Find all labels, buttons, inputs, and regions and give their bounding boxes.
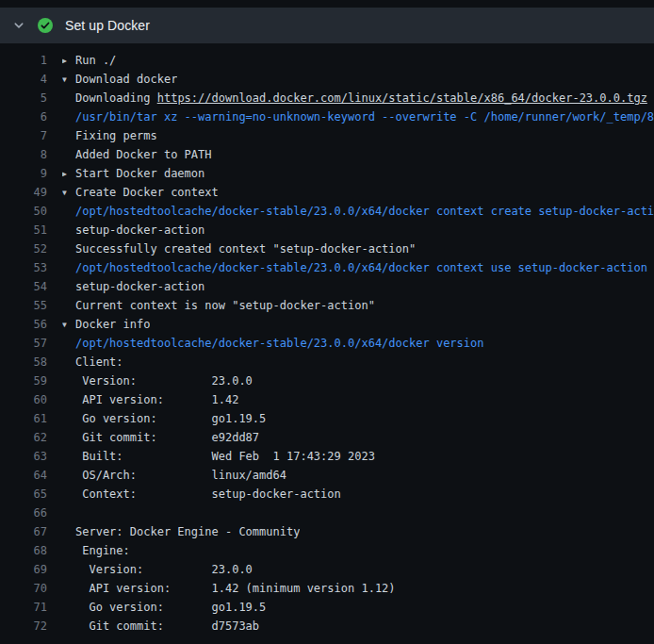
line-number[interactable]: 51 [0, 221, 47, 239]
group-title: Start Docker daemon [75, 167, 204, 180]
log-line: 5Downloading https://download.docker.com… [0, 89, 654, 107]
log-line: 55Current context is now "setup-docker-a… [0, 296, 654, 315]
group-title: Create Docker context [75, 186, 219, 199]
group-title: Run ./ [75, 54, 116, 67]
group-title: Docker info [75, 318, 150, 331]
download-url-link[interactable]: https://download.docker.com/linux/static… [157, 91, 647, 105]
log-group-row[interactable]: 56▼Docker info [0, 315, 654, 334]
line-number[interactable]: 61 [0, 409, 47, 428]
command-text: /usr/bin/tar xz --warning=no-unknown-key… [62, 107, 654, 126]
line-number[interactable]: 60 [0, 390, 47, 409]
log-line: 66 [0, 504, 654, 522]
command-text: /opt/hostedtoolcache/docker-stable/23.0.… [62, 202, 654, 221]
triangle-down-icon[interactable]: ▼ [62, 184, 75, 202]
log-line: 67Server: Docker Engine - Community [0, 522, 654, 541]
step-title: Set up Docker [65, 18, 150, 33]
log-line: 58Client: [0, 353, 654, 372]
log-text: Added Docker to PATH [62, 145, 212, 164]
line-number[interactable]: 7 [0, 126, 47, 145]
line-number[interactable]: 71 [0, 598, 47, 617]
actions-log-panel: Set up Docker 1▶Run ./4▼Download docker5… [0, 8, 654, 636]
triangle-down-icon[interactable]: ▼ [62, 71, 75, 89]
line-number[interactable]: 72 [0, 617, 47, 636]
step-header[interactable]: Set up Docker [0, 8, 654, 43]
log-text: setup-docker-action [62, 221, 204, 239]
log-text: Go version: go1.19.5 [62, 598, 266, 617]
log-line: 51setup-docker-action [0, 221, 654, 239]
log-text: Client: [62, 353, 123, 372]
log-group-row[interactable]: 4▼Download docker [0, 70, 654, 89]
log-line: 50/opt/hostedtoolcache/docker-stable/23.… [0, 202, 654, 221]
line-number[interactable]: 1 [0, 51, 47, 70]
line-number[interactable]: 8 [0, 145, 47, 164]
group-title: Download docker [75, 73, 177, 86]
log-text: API version: 1.42 (minimum version 1.12) [62, 579, 396, 598]
log-line: 59 Version: 23.0.0 [0, 372, 654, 390]
log-line: 61 Go version: go1.19.5 [0, 409, 654, 428]
log-line: 53/opt/hostedtoolcache/docker-stable/23.… [0, 258, 654, 277]
log-text: Version: 23.0.0 [62, 372, 253, 390]
line-number[interactable]: 54 [0, 277, 47, 296]
log-line: 62 Git commit: e92dd87 [0, 428, 654, 447]
log-text: Go version: go1.19.5 [62, 409, 266, 428]
log-line: 60 API version: 1.42 [0, 390, 654, 409]
log-line: 7Fixing perms [0, 126, 654, 145]
command-text: /opt/hostedtoolcache/docker-stable/23.0.… [62, 258, 647, 277]
log-text: Fixing perms [62, 126, 157, 145]
line-number[interactable]: 62 [0, 428, 47, 447]
line-number[interactable]: 69 [0, 560, 47, 579]
log-text [62, 504, 75, 522]
log-text: Current context is now "setup-docker-act… [62, 296, 375, 315]
log-text: Context: setup-docker-action [62, 485, 341, 504]
triangle-right-icon[interactable]: ▶ [62, 52, 75, 70]
check-circle-icon [38, 18, 53, 33]
log-text: API version: 1.42 [62, 390, 238, 409]
log-group-row[interactable]: 9▶Start Docker daemon [0, 164, 654, 183]
line-number[interactable]: 63 [0, 447, 47, 466]
line-number[interactable]: 64 [0, 466, 47, 485]
line-number[interactable]: 49 [0, 183, 47, 202]
line-number[interactable]: 56 [0, 315, 47, 334]
log-group-row[interactable]: 49▼Create Docker context [0, 183, 654, 202]
log-text: Built: Wed Feb 1 17:43:29 2023 [62, 447, 375, 466]
log-text: Server: Docker Engine - Community [62, 522, 300, 541]
log-line: 71 Go version: go1.19.5 [0, 598, 654, 617]
chevron-down-icon[interactable] [13, 20, 25, 31]
line-number[interactable]: 65 [0, 485, 47, 504]
line-number[interactable]: 68 [0, 541, 47, 560]
line-number[interactable]: 67 [0, 522, 47, 541]
log-line: 72 Git commit: d7573ab [0, 617, 654, 636]
log-text: Git commit: e92dd87 [62, 428, 259, 447]
line-number[interactable]: 6 [0, 107, 47, 126]
line-number[interactable]: 59 [0, 372, 47, 390]
log-text: Successfully created context "setup-dock… [62, 239, 416, 258]
triangle-right-icon[interactable]: ▶ [62, 165, 75, 183]
log-group-row[interactable]: 1▶Run ./ [0, 51, 654, 70]
log-line: 57/opt/hostedtoolcache/docker-stable/23.… [0, 334, 654, 353]
log-text: OS/Arch: linux/amd64 [62, 466, 286, 485]
line-number[interactable]: 9 [0, 164, 47, 183]
log-line: 8Added Docker to PATH [0, 145, 654, 164]
log-text: Engine: [62, 541, 130, 560]
log-line: 64 OS/Arch: linux/amd64 [0, 466, 654, 485]
line-number[interactable]: 66 [0, 504, 47, 522]
line-number[interactable]: 55 [0, 296, 47, 315]
log-line: 63 Built: Wed Feb 1 17:43:29 2023 [0, 447, 654, 466]
log-line: 52Successfully created context "setup-do… [0, 239, 654, 258]
line-number[interactable]: 57 [0, 334, 47, 353]
log-line: 70 API version: 1.42 (minimum version 1.… [0, 579, 654, 598]
log-line: 65 Context: setup-docker-action [0, 485, 654, 504]
line-number[interactable]: 4 [0, 70, 47, 89]
line-number[interactable]: 50 [0, 202, 47, 221]
line-number[interactable]: 70 [0, 579, 47, 598]
command-text: /opt/hostedtoolcache/docker-stable/23.0.… [62, 334, 483, 353]
log-line: 68 Engine: [0, 541, 654, 560]
line-number[interactable]: 5 [0, 89, 47, 107]
log-text: Git commit: d7573ab [62, 617, 259, 636]
triangle-down-icon[interactable]: ▼ [62, 316, 75, 334]
line-number[interactable]: 58 [0, 353, 47, 372]
log-text: Version: 23.0.0 [62, 560, 253, 579]
log-line: 69 Version: 23.0.0 [0, 560, 654, 579]
line-number[interactable]: 53 [0, 258, 47, 277]
line-number[interactable]: 52 [0, 239, 47, 258]
